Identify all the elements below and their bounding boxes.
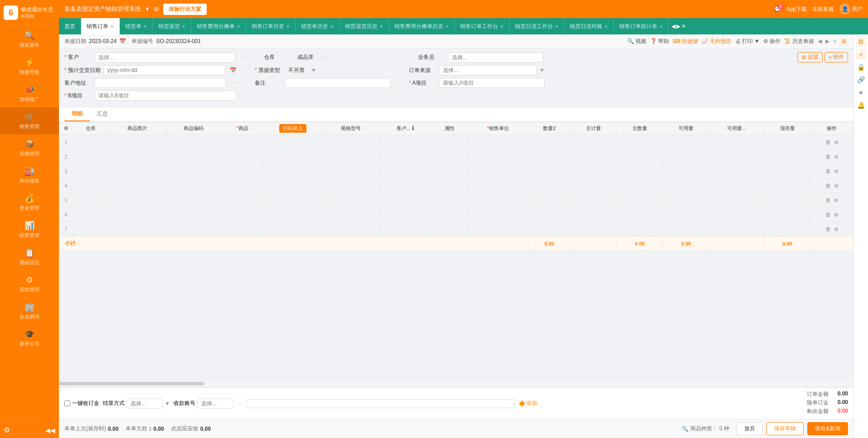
row-spec[interactable]: [323, 222, 379, 236]
sidebar-item-marketing[interactable]: 📣 营销推广: [0, 80, 59, 107]
row-spec[interactable]: [323, 207, 379, 222]
row-copy-icon[interactable]: ⊕: [834, 154, 839, 160]
shortcut-action[interactable]: ⌨ 快捷键: [673, 38, 698, 45]
payment-input[interactable]: [126, 399, 163, 409]
sidebar-item-purchase[interactable]: 📦 采购管理: [0, 135, 59, 162]
toolbar-table-icon[interactable]: ⊞: [840, 37, 848, 45]
payment-dropdown-icon[interactable]: ▼: [165, 400, 170, 407]
toolbar-nav-prev[interactable]: ◀: [818, 38, 822, 44]
b-project-input[interactable]: [94, 91, 237, 101]
tab-home[interactable]: 首页: [59, 18, 81, 34]
row-product[interactable]: [222, 149, 262, 164]
row-spec[interactable]: [323, 178, 379, 193]
row-code[interactable]: [165, 135, 222, 149]
sidebar-item-finance[interactable]: 💰 资金管理: [0, 189, 59, 216]
row-product[interactable]: [222, 164, 262, 178]
solution-btn[interactable]: 体验行业方案: [163, 4, 207, 15]
tab-clearance-workbench-close[interactable]: ✕: [555, 24, 558, 29]
row-attr[interactable]: [432, 149, 468, 164]
row-delete-icon[interactable]: 🗑: [825, 197, 831, 203]
scan-btn[interactable]: 扫码录入: [279, 124, 306, 133]
tab-reconcile[interactable]: 钱货日清对账 ✕: [564, 18, 614, 34]
customer-more-icon[interactable]: ···: [240, 53, 246, 62]
row-unit[interactable]: [468, 178, 529, 193]
view-action[interactable]: 🔍 视频: [627, 38, 646, 45]
row-delete-icon[interactable]: 🗑: [825, 183, 831, 189]
tab-summary[interactable]: 汇总: [90, 107, 115, 121]
row-main-qty[interactable]: [616, 149, 663, 164]
row-warehouse[interactable]: [73, 193, 109, 207]
right-lock-icon[interactable]: 🔒: [856, 62, 867, 72]
row-qty2[interactable]: [529, 222, 570, 236]
toolbar-nav-next[interactable]: ▶: [825, 38, 829, 44]
account-more-icon[interactable]: ···: [237, 399, 243, 408]
topbar-settings-icon[interactable]: ⚙: [154, 5, 160, 13]
tab-order-workbench[interactable]: 销售订单工作台 ✕: [455, 18, 509, 34]
staff-input[interactable]: [448, 53, 543, 63]
row-main-qty[interactable]: [616, 164, 663, 178]
toolbar-grid-icon[interactable]: ≡: [833, 38, 836, 44]
profit-action[interactable]: 📈 毛利预告: [702, 38, 732, 45]
row-spec[interactable]: [323, 164, 379, 178]
tab-invoice-history-close[interactable]: ✕: [330, 24, 334, 29]
row-spec[interactable]: [323, 193, 379, 207]
tab-expense-history[interactable]: 销售费用分摊单历史 ✕: [389, 18, 455, 34]
row-qty2[interactable]: [529, 207, 570, 222]
row-unit[interactable]: [468, 222, 529, 236]
sidebar-item-search[interactable]: 🔍 搜索菜单: [0, 26, 59, 53]
tab-detail[interactable]: 明细: [64, 107, 90, 121]
app-download[interactable]: App下载: [786, 5, 807, 13]
order-source-dropdown-icon[interactable]: ▼: [539, 67, 545, 73]
row-copy-icon[interactable]: ⊕: [834, 183, 839, 189]
row-delete-icon[interactable]: 🗑: [825, 226, 831, 232]
settings-bottom-icon[interactable]: ⚙: [4, 426, 10, 434]
tab-expense-close[interactable]: ✕: [237, 24, 240, 29]
row-unit[interactable]: [468, 135, 529, 149]
row-product[interactable]: [222, 222, 262, 236]
sidebar-item-operations[interactable]: 📊 经营管理: [0, 216, 59, 243]
message-badge[interactable]: 💬 9: [774, 6, 781, 12]
tab-order-workbench-close[interactable]: ✕: [500, 24, 504, 29]
row-warehouse[interactable]: [73, 207, 109, 222]
setup-btn[interactable]: ⚙设置: [797, 52, 823, 63]
sidebar-item-quicknav[interactable]: ⚡ 快捷导航: [0, 53, 59, 80]
quickpay-checkbox[interactable]: [64, 400, 70, 406]
address-input[interactable]: [94, 78, 226, 88]
save-new-btn[interactable]: 保存&新增: [807, 422, 848, 435]
nav-prev-icon[interactable]: ◀: [671, 23, 675, 29]
tab-expense[interactable]: 销售费用分摊单 ✕: [191, 18, 246, 34]
row-qty2[interactable]: [529, 178, 570, 193]
right-link-icon[interactable]: 🔗: [856, 74, 867, 85]
tab-order-history-close[interactable]: ✕: [286, 24, 290, 29]
row-product[interactable]: [222, 207, 262, 222]
tab-invoice[interactable]: 销货单 ✕: [120, 18, 153, 34]
row-customer-code[interactable]: [379, 178, 432, 193]
row-code[interactable]: [165, 164, 222, 178]
row-code[interactable]: [165, 178, 222, 193]
row-copy-icon[interactable]: ⊕: [834, 226, 839, 232]
row-copy-icon[interactable]: ⊕: [834, 139, 839, 145]
right-settings-icon[interactable]: ⚙: [856, 36, 867, 47]
row-copy-icon[interactable]: ⊕: [834, 197, 839, 203]
tab-reconcile-close[interactable]: ✕: [604, 24, 608, 29]
row-delete-icon[interactable]: 🗑: [825, 154, 831, 160]
sidebar-item-sales[interactable]: 🛒 销售管理: [0, 107, 59, 135]
row-warehouse[interactable]: [73, 164, 109, 178]
calendar-icon[interactable]: 📅: [119, 38, 126, 44]
row-customer-code[interactable]: [379, 207, 432, 222]
abandon-btn[interactable]: 放弃: [737, 422, 763, 435]
amount-input[interactable]: 0.00: [247, 399, 515, 408]
tab-return-close[interactable]: ✕: [182, 24, 185, 29]
nav-next-icon[interactable]: ▶: [676, 23, 680, 29]
save-draft-btn[interactable]: 保存草稿: [766, 422, 804, 435]
row-delete-icon[interactable]: 🗑: [825, 212, 831, 218]
row-main-qty[interactable]: [616, 178, 663, 193]
staff-more-icon[interactable]: ···: [548, 53, 554, 62]
row-main-qty[interactable]: [616, 222, 663, 236]
row-customer-code[interactable]: [379, 135, 432, 149]
online-service[interactable]: 在线客服: [812, 5, 834, 13]
print-action[interactable]: 🖨 打印 ▼: [735, 38, 760, 45]
row-warehouse[interactable]: [73, 149, 109, 164]
remark-input[interactable]: [285, 78, 391, 88]
account-input[interactable]: [197, 399, 233, 409]
